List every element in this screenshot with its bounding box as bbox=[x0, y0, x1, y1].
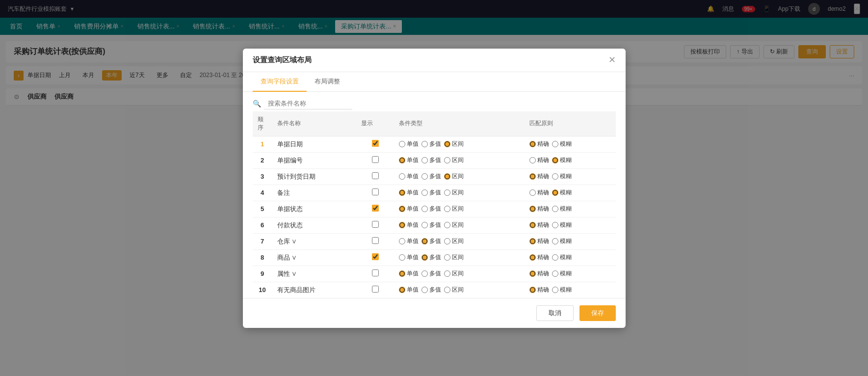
row-type-radio-单值[interactable]: 单值 bbox=[399, 253, 419, 262]
row-order: 10 bbox=[253, 282, 272, 298]
row-type-radio-多值[interactable]: 多值 bbox=[421, 172, 441, 181]
row-type-radio-区间[interactable]: 区间 bbox=[444, 221, 464, 229]
row-display-checkbox[interactable] bbox=[372, 188, 379, 195]
tab-field-settings[interactable]: 查询字段设置 bbox=[253, 72, 307, 92]
row-type-radio-多值[interactable]: 多值 bbox=[421, 237, 441, 245]
row-match-radio-模糊[interactable]: 模糊 bbox=[552, 253, 572, 262]
row-match-radio-精确[interactable]: 精确 bbox=[529, 269, 549, 278]
row-display-checkbox[interactable] bbox=[372, 237, 379, 244]
modal-table: 顺序 条件名称 显示 条件类型 匹配原则 1单据日期单值多值区间精确模糊2单据编… bbox=[253, 111, 616, 298]
row-condition-name: 商品 ∨ bbox=[272, 249, 357, 266]
row-type-radio-区间[interactable]: 区间 bbox=[444, 253, 464, 262]
row-type-radio-单值[interactable]: 单值 bbox=[399, 156, 419, 164]
row-display-cell bbox=[356, 201, 394, 217]
row-match-radio-精确[interactable]: 精确 bbox=[529, 156, 549, 164]
table-row: 4备注单值多值区间精确模糊 bbox=[253, 185, 616, 201]
row-match-cell: 精确模糊 bbox=[525, 266, 616, 282]
row-type-cell: 单值多值区间 bbox=[394, 266, 525, 282]
table-row: 1单据日期单值多值区间精确模糊 bbox=[253, 136, 616, 152]
th-name: 条件名称 bbox=[272, 111, 357, 136]
row-match-radio-模糊[interactable]: 模糊 bbox=[552, 172, 572, 181]
row-order: 6 bbox=[253, 217, 272, 233]
row-display-checkbox[interactable] bbox=[372, 140, 379, 147]
th-match: 匹配原则 bbox=[525, 111, 616, 136]
row-match-radio-模糊[interactable]: 模糊 bbox=[552, 286, 572, 294]
row-type-radio-多值[interactable]: 多值 bbox=[421, 286, 441, 294]
row-display-checkbox[interactable] bbox=[372, 269, 379, 276]
row-match-radio-模糊[interactable]: 模糊 bbox=[552, 140, 572, 148]
row-match-radio-精确[interactable]: 精确 bbox=[529, 205, 549, 213]
row-match-radio-精确[interactable]: 精确 bbox=[529, 140, 549, 148]
row-type-radio-多值[interactable]: 多值 bbox=[421, 205, 441, 213]
row-match-radio-精确[interactable]: 精确 bbox=[529, 221, 549, 229]
row-match-radio-精确[interactable]: 精确 bbox=[529, 237, 549, 245]
row-type-radio-单值[interactable]: 单值 bbox=[399, 205, 419, 213]
row-order: 5 bbox=[253, 201, 272, 217]
table-row: 9属性 ∨单值多值区间精确模糊 bbox=[253, 266, 616, 282]
row-type-radio-多值[interactable]: 多值 bbox=[421, 156, 441, 164]
row-match-radio-模糊[interactable]: 模糊 bbox=[552, 205, 572, 213]
row-display-checkbox[interactable] bbox=[372, 205, 379, 212]
row-type-radio-单值[interactable]: 单值 bbox=[399, 286, 419, 294]
row-display-checkbox[interactable] bbox=[372, 286, 379, 293]
row-type-radio-单值[interactable]: 单值 bbox=[399, 221, 419, 229]
row-display-cell bbox=[356, 168, 394, 185]
modal-overlay: 设置查询区域布局 ✕ 查询字段设置 布局调整 🔍 顺序 条件名称 显示 条件类型 bbox=[0, 0, 868, 376]
row-display-checkbox[interactable] bbox=[372, 253, 379, 260]
row-type-radio-区间[interactable]: 区间 bbox=[444, 269, 464, 278]
row-type-radio-区间[interactable]: 区间 bbox=[444, 205, 464, 213]
row-match-radio-精确[interactable]: 精确 bbox=[529, 253, 549, 262]
save-button[interactable]: 保存 bbox=[579, 305, 616, 321]
row-type-radio-多值[interactable]: 多值 bbox=[421, 269, 441, 278]
row-type-radio-区间[interactable]: 区间 bbox=[444, 286, 464, 294]
modal-search-input[interactable] bbox=[264, 98, 352, 109]
row-match-radio-模糊[interactable]: 模糊 bbox=[552, 221, 572, 229]
row-type-cell: 单值多值区间 bbox=[394, 201, 525, 217]
row-match-cell: 精确模糊 bbox=[525, 136, 616, 152]
row-display-cell bbox=[356, 185, 394, 201]
modal-tabs: 查询字段设置 布局调整 bbox=[243, 72, 626, 92]
row-match-radio-精确[interactable]: 精确 bbox=[529, 172, 549, 181]
tab-layout-adjust[interactable]: 布局调整 bbox=[307, 72, 348, 92]
row-match-radio-精确[interactable]: 精确 bbox=[529, 286, 549, 294]
row-order: 2 bbox=[253, 152, 272, 168]
row-match-cell: 精确模糊 bbox=[525, 152, 616, 168]
row-type-radio-区间[interactable]: 区间 bbox=[444, 172, 464, 181]
row-display-cell bbox=[356, 217, 394, 233]
cancel-button[interactable]: 取消 bbox=[536, 305, 574, 321]
row-type-cell: 单值多值区间 bbox=[394, 152, 525, 168]
row-type-radio-区间[interactable]: 区间 bbox=[444, 188, 464, 197]
row-display-cell bbox=[356, 249, 394, 266]
modal-close-button[interactable]: ✕ bbox=[608, 55, 616, 64]
row-type-radio-单值[interactable]: 单值 bbox=[399, 269, 419, 278]
row-match-radio-模糊[interactable]: 模糊 bbox=[552, 188, 572, 197]
row-type-radio-单值[interactable]: 单值 bbox=[399, 172, 419, 181]
row-display-checkbox[interactable] bbox=[372, 172, 379, 179]
row-match-cell: 精确模糊 bbox=[525, 282, 616, 298]
th-order: 顺序 bbox=[253, 111, 272, 136]
row-display-checkbox[interactable] bbox=[372, 221, 379, 228]
row-type-radio-单值[interactable]: 单值 bbox=[399, 237, 419, 245]
row-type-radio-区间[interactable]: 区间 bbox=[444, 237, 464, 245]
row-order: 3 bbox=[253, 168, 272, 185]
row-condition-name: 属性 ∨ bbox=[272, 266, 357, 282]
row-match-cell: 精确模糊 bbox=[525, 233, 616, 249]
row-match-radio-精确[interactable]: 精确 bbox=[529, 188, 549, 197]
row-display-checkbox[interactable] bbox=[372, 156, 379, 163]
row-match-radio-模糊[interactable]: 模糊 bbox=[552, 237, 572, 245]
row-condition-name: 备注 bbox=[272, 185, 357, 201]
row-type-radio-单值[interactable]: 单值 bbox=[399, 140, 419, 148]
row-match-radio-模糊[interactable]: 模糊 bbox=[552, 269, 572, 278]
row-type-radio-多值[interactable]: 多值 bbox=[421, 188, 441, 197]
row-condition-name: 单据状态 bbox=[272, 201, 357, 217]
modal-header: 设置查询区域布局 ✕ bbox=[243, 49, 626, 72]
row-type-radio-多值[interactable]: 多值 bbox=[421, 253, 441, 262]
row-type-radio-多值[interactable]: 多值 bbox=[421, 221, 441, 229]
row-type-radio-单值[interactable]: 单值 bbox=[399, 188, 419, 197]
row-match-cell: 精确模糊 bbox=[525, 185, 616, 201]
row-type-radio-多值[interactable]: 多值 bbox=[421, 140, 441, 148]
row-display-cell bbox=[356, 233, 394, 249]
row-type-radio-区间[interactable]: 区间 bbox=[444, 140, 464, 148]
row-type-radio-区间[interactable]: 区间 bbox=[444, 156, 464, 164]
row-match-radio-模糊[interactable]: 模糊 bbox=[552, 156, 572, 164]
